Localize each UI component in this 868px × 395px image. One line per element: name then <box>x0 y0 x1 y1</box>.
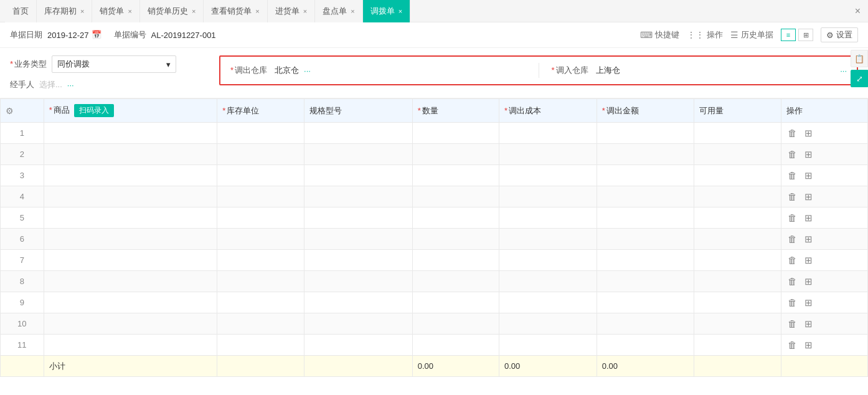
copy-row-icon[interactable]: ⊞ <box>803 339 815 351</box>
row-available[interactable] <box>694 123 781 144</box>
transfer-out-more-icon[interactable]: ··· <box>304 66 311 75</box>
copy-row-icon[interactable]: ⊞ <box>803 212 815 224</box>
row-available[interactable] <box>694 165 781 186</box>
row-available[interactable] <box>694 144 781 165</box>
tab-stocktake[interactable]: 盘点单 × <box>315 0 362 22</box>
row-cost[interactable] <box>499 250 597 271</box>
row-unit[interactable] <box>217 144 304 165</box>
copy-row-icon[interactable]: ⊞ <box>803 169 815 182</box>
ops-btn[interactable]: ⋮⋮ 操作 <box>687 29 723 40</box>
row-qty[interactable] <box>412 165 499 186</box>
row-available[interactable] <box>694 271 781 292</box>
delete-row-icon[interactable]: 🗑 <box>786 233 799 245</box>
row-product[interactable] <box>44 292 217 313</box>
copy-row-icon[interactable]: ⊞ <box>803 297 815 309</box>
tab-transfer-close[interactable]: × <box>399 7 402 15</box>
tab-bar-close-btn[interactable]: × <box>855 6 861 17</box>
row-spec[interactable] <box>304 207 412 229</box>
row-unit[interactable] <box>217 123 304 144</box>
tab-purchase[interactable]: 进货单 × <box>268 0 315 22</box>
row-spec[interactable] <box>304 229 412 250</box>
tab-sales[interactable]: 销货单 × <box>92 0 139 22</box>
row-product[interactable] <box>44 207 217 229</box>
row-cost[interactable] <box>499 271 597 292</box>
row-available[interactable] <box>694 250 781 271</box>
row-spec[interactable] <box>304 165 412 186</box>
layout-list-btn[interactable]: ≡ <box>781 29 796 41</box>
delete-row-icon[interactable]: 🗑 <box>786 339 799 351</box>
row-cost[interactable] <box>499 292 597 313</box>
row-cost[interactable] <box>499 335 597 356</box>
settings-btn[interactable]: ⚙ 设置 <box>821 27 858 42</box>
row-unit[interactable] <box>217 335 304 356</box>
table-settings-icon[interactable]: ⚙ <box>6 106 14 116</box>
row-cost[interactable] <box>499 123 597 144</box>
row-product[interactable] <box>44 144 217 165</box>
row-qty[interactable] <box>412 123 499 144</box>
row-cost[interactable] <box>499 207 597 229</box>
delete-row-icon[interactable]: 🗑 <box>786 127 799 140</box>
tab-home[interactable]: 首页 <box>5 0 37 22</box>
row-product[interactable] <box>44 165 217 186</box>
shortcut-btn[interactable]: ⌨ 快捷键 <box>640 29 679 40</box>
copy-row-icon[interactable]: ⊞ <box>803 191 815 203</box>
delete-row-icon[interactable]: 🗑 <box>786 148 799 161</box>
row-amount[interactable] <box>597 165 694 186</box>
history-btn[interactable]: ☰ 历史单据 <box>730 29 773 40</box>
row-spec[interactable] <box>304 271 412 292</box>
transfer-in-more-icon[interactable]: ··· <box>840 66 847 75</box>
tab-view-sales-close[interactable]: × <box>255 7 259 15</box>
tab-purchase-close[interactable]: × <box>303 7 307 15</box>
row-cost[interactable] <box>499 313 597 335</box>
row-cost[interactable] <box>499 186 597 207</box>
side-notes-btn[interactable]: 📋 <box>851 50 868 67</box>
delete-row-icon[interactable]: 🗑 <box>786 254 799 267</box>
row-unit[interactable] <box>217 271 304 292</box>
row-qty[interactable] <box>412 144 499 165</box>
row-amount[interactable] <box>597 271 694 292</box>
copy-row-icon[interactable]: ⊞ <box>803 233 815 245</box>
scan-button[interactable]: 扫码录入 <box>74 104 114 117</box>
delete-row-icon[interactable]: 🗑 <box>786 297 799 309</box>
row-amount[interactable] <box>597 144 694 165</box>
row-amount[interactable] <box>597 229 694 250</box>
row-amount[interactable] <box>597 207 694 229</box>
row-amount[interactable] <box>597 250 694 271</box>
tab-inventory-init[interactable]: 库存期初 × <box>37 0 92 22</box>
tab-view-sales[interactable]: 查看销货单 × <box>204 0 267 22</box>
row-qty[interactable] <box>412 313 499 335</box>
row-product[interactable] <box>44 229 217 250</box>
row-spec[interactable] <box>304 123 412 144</box>
row-amount[interactable] <box>597 292 694 313</box>
row-amount[interactable] <box>597 335 694 356</box>
calendar-icon[interactable]: 📅 <box>92 30 101 40</box>
row-product[interactable] <box>44 313 217 335</box>
copy-row-icon[interactable]: ⊞ <box>803 254 815 267</box>
person-select[interactable]: 选择... <box>39 79 62 90</box>
tab-stocktake-close[interactable]: × <box>351 7 354 15</box>
tab-sales-history[interactable]: 销货单历史 × <box>140 0 204 22</box>
row-available[interactable] <box>694 335 781 356</box>
business-type-dropdown[interactable]: 同价调拨 ▾ <box>52 55 176 73</box>
delete-row-icon[interactable]: 🗑 <box>786 318 799 330</box>
row-cost[interactable] <box>499 144 597 165</box>
row-available[interactable] <box>694 186 781 207</box>
row-unit[interactable] <box>217 186 304 207</box>
row-unit[interactable] <box>217 165 304 186</box>
row-available[interactable] <box>694 313 781 335</box>
delete-row-icon[interactable]: 🗑 <box>786 191 799 203</box>
row-unit[interactable] <box>217 207 304 229</box>
row-product[interactable] <box>44 186 217 207</box>
row-amount[interactable] <box>597 186 694 207</box>
layout-grid-btn[interactable]: ⊞ <box>798 29 813 41</box>
row-spec[interactable] <box>304 144 412 165</box>
row-cost[interactable] <box>499 229 597 250</box>
copy-row-icon[interactable]: ⊞ <box>803 148 815 161</box>
row-qty[interactable] <box>412 186 499 207</box>
tab-inventory-init-close[interactable]: × <box>80 7 84 15</box>
row-amount[interactable] <box>597 313 694 335</box>
tab-sales-history-close[interactable]: × <box>192 7 196 15</box>
row-spec[interactable] <box>304 186 412 207</box>
row-qty[interactable] <box>412 207 499 229</box>
tab-transfer[interactable]: 调拨单 × <box>363 0 410 22</box>
